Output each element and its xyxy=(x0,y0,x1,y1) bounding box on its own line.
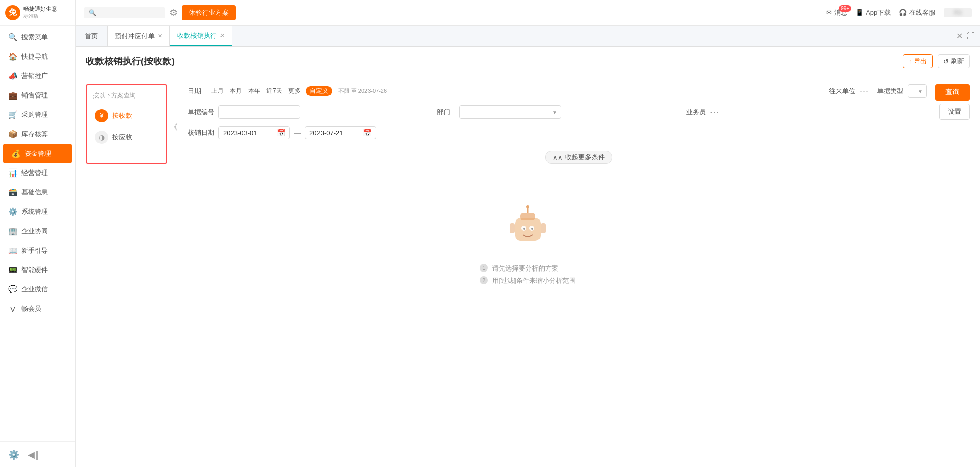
management-icon: 📊 xyxy=(8,168,17,178)
app-download-item[interactable]: 📱 App下载 xyxy=(855,8,891,17)
tab-verify[interactable]: 收款核销执行 ✕ xyxy=(170,26,232,46)
marketing-icon: 📣 xyxy=(8,71,17,81)
finance-icon: 💰 xyxy=(11,149,20,158)
search-icon: 🔍 xyxy=(89,9,96,16)
svg-rect-1 xyxy=(520,213,535,220)
tab-home[interactable]: 首页 xyxy=(76,26,108,46)
sidebar-item-hardware[interactable]: 📟 智能硬件 xyxy=(0,260,75,280)
filter-row-3: 核销日期 2023-03-01 📅 — 2023-07-21 📅 xyxy=(188,126,927,139)
filter-row-2: 单据编号 部门 ▼ xyxy=(188,105,927,119)
sidebar-item-enterprise[interactable]: 🏢 企业协同 xyxy=(0,222,75,241)
sidebar-item-quicknav[interactable]: 🏠 快捷导航 xyxy=(0,47,75,66)
filter-sidebar-title: 按以下方案查询 xyxy=(91,91,162,100)
calendar-to-icon[interactable]: 📅 xyxy=(363,129,372,137)
sidebar-item-management[interactable]: 📊 经营管理 xyxy=(0,163,75,183)
enterprise-icon: 🏢 xyxy=(8,227,17,236)
tab-verify-label: 收款核销执行 xyxy=(177,31,217,40)
doc-number-input[interactable] xyxy=(218,105,300,119)
query-button[interactable]: 查询 xyxy=(935,84,970,101)
tab-prepay-close[interactable]: ✕ xyxy=(158,33,162,39)
verify-date-label: 核销日期 xyxy=(188,128,214,137)
calendar-from-icon[interactable]: 📅 xyxy=(277,129,285,137)
shortcut-this-year[interactable]: 本年 xyxy=(247,87,261,95)
counterparty-more-icon[interactable]: ··· xyxy=(860,86,869,96)
tab-verify-close[interactable]: ✕ xyxy=(220,32,225,39)
sidebar-item-search[interactable]: 🔍 搜索菜单 xyxy=(0,28,75,47)
date-range-dash: — xyxy=(294,129,301,137)
sidebar-item-finance[interactable]: 💰 资金管理 xyxy=(3,144,72,163)
filter-settings-button[interactable]: 设置 xyxy=(939,104,970,120)
industry-button[interactable]: 休验行业方案 xyxy=(182,5,236,20)
shortcut-more[interactable]: 更多 xyxy=(287,87,302,95)
sidebar-footer: ⚙️ ◀‖ xyxy=(0,441,75,467)
collapse-sidebar-icon[interactable]: ◀‖ xyxy=(28,449,39,460)
shortcut-custom[interactable]: 自定义 xyxy=(306,86,332,96)
sidebar: 兔 畅捷通好生意 标准版 🔍 搜索菜单 🏠 快捷导航 📣 营销推广 💼 销售管理… xyxy=(0,0,76,467)
sidebar-item-management-label: 经营管理 xyxy=(21,168,48,178)
collapse-more-label: 收起更多条件 xyxy=(565,153,605,162)
sidebar-item-basic[interactable]: 🗃️ 基础信息 xyxy=(0,183,75,202)
sidebar-item-purchase-label: 采购管理 xyxy=(21,110,48,119)
tabbar: 首页 预付冲应付单 ✕ 收款核销执行 ✕ ✕ ⛶ xyxy=(76,26,980,47)
settings-bottom-icon[interactable]: ⚙️ xyxy=(8,449,19,460)
sidebar-item-guide-label: 新手引导 xyxy=(21,246,48,255)
sidebar-item-inventory[interactable]: 📦 库存核算 xyxy=(0,125,75,144)
collapse-more-bar: ∧∧ 收起更多条件 xyxy=(188,146,970,172)
sidebar-item-quicknav-label: 快捷导航 xyxy=(21,52,48,61)
sidebar-item-purchase[interactable]: 🛒 采购管理 xyxy=(0,105,75,125)
export-label: 导出 xyxy=(914,57,927,66)
online-service-item[interactable]: 🎧 在线客服 xyxy=(899,8,936,17)
date-range-hint: 不限 至 2023-07-26 xyxy=(338,87,387,95)
topbar-gear-icon[interactable]: ⚙ xyxy=(169,7,178,18)
shortcut-this-month[interactable]: 本月 xyxy=(229,87,243,95)
receivable-icon: ◑ xyxy=(95,131,108,144)
message-item[interactable]: ✉ 消息 99+ xyxy=(826,8,847,17)
user-info[interactable]: Rit xyxy=(944,8,972,17)
shortcut-7days[interactable]: 近7天 xyxy=(265,87,283,95)
online-service-label: 在线客服 xyxy=(909,8,936,17)
home-icon: 🏠 xyxy=(8,52,17,61)
collection-icon: ¥ xyxy=(95,109,108,122)
sidebar-item-wechat[interactable]: 💬 企业微信 xyxy=(0,280,75,299)
refresh-button[interactable]: ↺ 刷新 xyxy=(938,54,970,68)
sidebar-item-member[interactable]: V 畅会员 xyxy=(0,299,75,318)
sidebar-item-search-label: 搜索菜单 xyxy=(21,33,48,42)
filter-sidebar: 按以下方案查询 ¥ 按收款 ◑ 按应收 xyxy=(86,84,167,164)
svg-rect-8 xyxy=(510,223,515,233)
export-button[interactable]: ↑ 导出 xyxy=(903,54,933,68)
topbar-search[interactable]: 🔍 xyxy=(84,7,165,18)
filter-panel: 按以下方案查询 ¥ 按收款 ◑ 按应收 《 xyxy=(76,76,980,172)
sidebar-item-marketing[interactable]: 📣 营销推广 xyxy=(0,66,75,86)
sidebar-collapse-button[interactable]: 《 xyxy=(167,84,180,164)
staff-more-icon[interactable]: ··· xyxy=(710,107,719,117)
tab-prepay[interactable]: 预付冲应付单 ✕ xyxy=(108,26,170,46)
page-header: 收款核销执行(按收款) ↑ 导出 ↺ 刷新 xyxy=(76,47,980,76)
sidebar-item-sales-label: 销售管理 xyxy=(21,91,48,100)
dept-select[interactable] xyxy=(459,105,561,119)
filter-option-collection-label: 按收款 xyxy=(112,111,132,120)
chevron-left-icon: 《 xyxy=(169,122,178,133)
tab-close-all-icon[interactable]: ✕ xyxy=(956,31,963,41)
staff-label: 业务员 xyxy=(686,108,706,117)
filter-option-by-receivable[interactable]: ◑ 按应收 xyxy=(91,127,162,148)
tab-prepay-label: 预付冲应付单 xyxy=(115,32,155,41)
shortcut-last-month[interactable]: 上月 xyxy=(210,87,225,95)
logo-area: 兔 畅捷通好生意 标准版 xyxy=(0,0,75,26)
tip-num-2: 2 xyxy=(480,276,488,284)
staff-field: 业务员 ··· xyxy=(686,107,927,117)
tab-expand-icon[interactable]: ⛶ xyxy=(967,32,975,41)
dept-field: 部门 ▼ xyxy=(437,105,678,119)
sidebar-item-system[interactable]: ⚙️ 系统管理 xyxy=(0,202,75,222)
counterparty-label: 往来单位 xyxy=(829,87,855,96)
filter-option-by-collection[interactable]: ¥ 按收款 xyxy=(91,105,162,127)
doc-type-select[interactable] xyxy=(908,84,927,98)
page-title: 收款核销执行(按收款) xyxy=(86,55,175,75)
export-icon: ↑ xyxy=(909,58,912,65)
refresh-label: 刷新 xyxy=(951,57,964,66)
inventory-icon: 📦 xyxy=(8,130,17,139)
verify-date-to: 2023-07-21 xyxy=(309,129,361,137)
verify-date-from: 2023-03-01 xyxy=(223,129,275,137)
sidebar-item-sales[interactable]: 💼 销售管理 xyxy=(0,86,75,105)
collapse-more-button[interactable]: ∧∧ 收起更多条件 xyxy=(545,151,612,164)
sidebar-item-guide[interactable]: 📖 新手引导 xyxy=(0,241,75,260)
